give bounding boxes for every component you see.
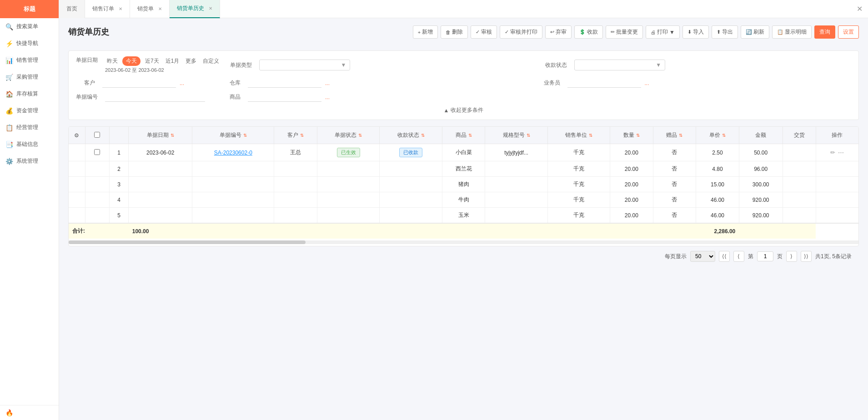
date-7days[interactable]: 近7天 [143, 56, 161, 66]
th-doc-no[interactable]: 单据编号 ⇅ [192, 127, 274, 144]
add-button[interactable]: + 新增 [413, 25, 438, 39]
more-action-icon[interactable]: ⋯ [838, 149, 844, 156]
sidebar-item-quick-nav[interactable]: ⚡ 快捷导航 [0, 35, 59, 52]
tab-bar: 首页 销售订单 ✕ 销货单 ✕ 销货单历史 ✕ ✕ [59, 0, 868, 18]
th-spec-label: 规格型号 [503, 131, 525, 139]
sidebar-item-search-menu[interactable]: 🔍 搜索菜单 [0, 18, 59, 35]
customer-more-icon[interactable]: ... [180, 80, 184, 86]
next-page-btn[interactable]: ⟩ [786, 251, 797, 262]
page-number-input[interactable] [757, 251, 773, 261]
delete-button[interactable]: 🗑 删除 [441, 25, 468, 39]
sidebar-item-inventory[interactable]: 🏠 库存核算 [0, 85, 59, 102]
print-button[interactable]: 🖨 打印 ▼ [646, 25, 680, 39]
date-1month[interactable]: 近1月 [164, 56, 181, 66]
page-content: 销货单历史 + 新增 🗑 删除 ✓ 审核 ✓ 审核并打印 [59, 18, 868, 420]
td-unit-price: 15.00 [696, 177, 739, 192]
row-checkbox[interactable] [94, 149, 100, 155]
sidebar-bottom-fire[interactable]: 🔥 [0, 405, 59, 420]
td-doc-status [317, 192, 380, 208]
last-page-btn[interactable]: ⟩⟩ [801, 251, 812, 262]
salesperson-more-icon[interactable]: ... [645, 80, 649, 86]
date-today[interactable]: 今天 [122, 56, 140, 66]
tab-sales-goods-close[interactable]: ✕ [158, 6, 162, 11]
th-gift[interactable]: 赠品 ⇅ [653, 127, 696, 144]
warehouse-more-icon[interactable]: ... [325, 80, 330, 86]
tab-sales-history[interactable]: 销货单历史 ✕ [170, 0, 220, 18]
date-yesterday[interactable]: 昨天 [105, 56, 120, 66]
status-badge: 已生效 [337, 148, 360, 157]
th-customer[interactable]: 客户 ⇅ [274, 127, 317, 144]
table-scroll[interactable]: ⚙ 单据日期 ⇅ 单据编号 [69, 127, 858, 239]
date-custom[interactable]: 自定义 [201, 56, 221, 66]
refresh-button[interactable]: 🔄 刷新 [741, 25, 769, 39]
th-goods-sort-icon: ⇅ [468, 133, 472, 138]
query-button[interactable]: 查询 [814, 25, 835, 39]
show-detail-button[interactable]: 📋 显示明细 [772, 25, 812, 39]
doc-type-select[interactable]: ▼ [259, 60, 350, 70]
collapse-label: 收起更多条件 [451, 106, 483, 114]
filter-row-3: 单据编号 商品 ... [76, 92, 851, 102]
td-unit-price: 46.00 [696, 208, 739, 224]
tab-sales-order[interactable]: 销售订单 ✕ [85, 0, 130, 18]
audit-button[interactable]: ✓ 审核 [471, 25, 497, 39]
th-doc-no-sort-icon: ⇅ [243, 133, 247, 138]
th-goods[interactable]: 商品 ⇅ [442, 127, 485, 144]
sidebar-item-basic-info[interactable]: 📑 基础信息 [0, 136, 59, 153]
th-unit[interactable]: 销售单位 ⇅ [547, 127, 610, 144]
table-footer-row: 合计: 100.00 2,286.00 [69, 223, 858, 239]
sidebar-item-sys-mgmt[interactable]: ⚙️ 系统管理 [0, 153, 59, 170]
doc-no-input[interactable] [105, 92, 205, 102]
sidebar-item-sales-mgmt[interactable]: 📊 销售管理 [0, 52, 59, 69]
tab-sales-order-close[interactable]: ✕ [119, 6, 122, 11]
goods-more-icon[interactable]: ... [325, 94, 330, 100]
sidebar-item-finance-mgmt[interactable]: 💰 资金管理 [0, 102, 59, 119]
select-all-checkbox[interactable] [94, 132, 100, 138]
payment-status-select[interactable]: ▼ [574, 60, 665, 70]
td-unit-price: 4.80 [696, 161, 739, 177]
window-close-button[interactable]: ✕ [851, 5, 868, 13]
audit-print-button[interactable]: ✓ 审核并打印 [500, 25, 542, 39]
per-page-select[interactable]: 50 100 200 [690, 251, 715, 262]
customer-label: 客户 [76, 79, 99, 87]
th-spec[interactable]: 规格型号 ⇅ [485, 127, 547, 144]
warehouse-input[interactable] [248, 78, 321, 88]
audit-label: 审核 [481, 28, 492, 36]
salesperson-input[interactable] [567, 78, 641, 88]
tab-sales-goods[interactable]: 销货单 ✕ [130, 0, 170, 18]
export-button[interactable]: ⬆ 导出 [712, 25, 738, 39]
tab-home[interactable]: 首页 [59, 0, 85, 18]
th-date-label: 单据日期 [147, 131, 169, 139]
th-unit-price[interactable]: 单价 ⇅ [696, 127, 739, 144]
page-label: 第 [748, 253, 753, 260]
table-row: 3 猪肉 千克 20.00 否 15.00 300.00 [69, 177, 858, 192]
first-page-btn[interactable]: ⟨⟨ [719, 251, 730, 262]
prev-page-btn[interactable]: ⟨ [733, 251, 744, 262]
customer-input[interactable] [102, 78, 176, 88]
th-trade-label: 交货 [794, 132, 805, 138]
th-gear[interactable]: ⚙ [69, 127, 85, 144]
th-amount-label: 金额 [755, 132, 766, 138]
td-spec [485, 177, 547, 192]
import-button[interactable]: ⬇ 导入 [682, 25, 709, 39]
th-doc-status[interactable]: 单据状态 ⇅ [317, 127, 380, 144]
collapse-button[interactable]: ▲ 收起更多条件 [444, 106, 484, 114]
footer-label: 合计: [69, 223, 129, 239]
th-qty[interactable]: 数量 ⇅ [610, 127, 653, 144]
abandon-button[interactable]: ↩ 弃审 [545, 25, 572, 39]
settings-button[interactable]: 设置 [838, 25, 859, 39]
edit-action-icon[interactable]: ✏ [830, 149, 835, 156]
date-options: 昨天 今天 近7天 近1月 更多 自定义 2023-06-02 至 2023-0… [105, 56, 221, 74]
sidebar-item-purchase-mgmt[interactable]: 🛒 采购管理 [0, 69, 59, 85]
th-payment-status[interactable]: 收款状态 ⇅ [380, 127, 442, 144]
date-more[interactable]: 更多 [184, 56, 198, 66]
collect-button[interactable]: 💲 收款 [574, 25, 603, 39]
batch-change-button[interactable]: ✏ 批量变更 [606, 25, 643, 39]
abandon-icon: ↩ [550, 29, 554, 35]
th-gift-sort-icon: ⇅ [679, 133, 682, 138]
sidebar-item-ops-mgmt[interactable]: 📋 经营管理 [0, 119, 59, 136]
th-date[interactable]: 单据日期 ⇅ [129, 127, 192, 144]
tab-sales-history-close[interactable]: ✕ [209, 6, 212, 11]
table-horizontal-scrollbar[interactable] [69, 240, 858, 244]
doc-no-link[interactable]: SA-20230602-0 [214, 150, 252, 156]
goods-input[interactable] [248, 92, 321, 102]
